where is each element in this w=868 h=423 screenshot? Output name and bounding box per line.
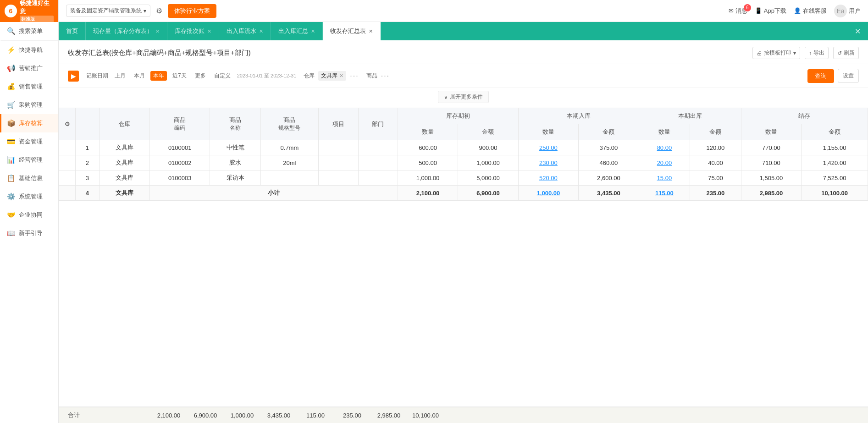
tab-close-icon[interactable]: ✕ [155, 28, 160, 34]
col-name: 商品名称 [210, 108, 260, 140]
cell-out-qty[interactable]: 20.00 [639, 155, 690, 170]
finance-icon: 💳 [7, 137, 15, 146]
col-dept: 部门 [358, 108, 398, 140]
system-name: 装备及固定资产辅助管理系统 [70, 7, 142, 15]
system-selector[interactable]: 装备及固定资产辅助管理系统 ▾ [66, 5, 150, 17]
cell-in-qty[interactable]: 250.00 [518, 140, 578, 155]
tab-close-icon[interactable]: ✕ [311, 28, 315, 34]
sidebar-item-label: 基础信息 [19, 174, 43, 182]
tab-batch-account[interactable]: 库存批次账 ✕ [167, 22, 219, 40]
cell-end-amt: 10,100.00 [802, 186, 868, 201]
date-btn-this-year[interactable]: 本年 [150, 71, 167, 81]
cell-open-amt: 6,900.00 [458, 186, 518, 201]
goods-filter: 商品 ··· [366, 72, 390, 80]
try-btn[interactable]: 体验行业方案 [168, 4, 216, 18]
sidebar-item-search[interactable]: 🔍 搜索菜单 [0, 22, 58, 41]
tab-in-out-flow[interactable]: 出入库流水 ✕ [219, 22, 271, 40]
sidebar-item-cooperation[interactable]: 🤝 企业协同 [0, 206, 58, 224]
tab-close-icon[interactable]: ✕ [207, 28, 211, 34]
sidebar-item-operation[interactable]: 📊 经营管理 [0, 151, 58, 169]
cell-out-amt: 75.00 [690, 170, 741, 186]
export-btn[interactable]: ↑ 导出 [805, 47, 829, 59]
message-btn[interactable]: ✉ 消息 6 [729, 7, 747, 15]
online-service-label: 在线客服 [803, 7, 827, 15]
cell-settings [59, 170, 76, 186]
goods-dots[interactable]: ··· [381, 72, 390, 80]
printer-icon: 🖨 [757, 50, 762, 56]
total-value: 2,985.00 [370, 412, 407, 419]
cell-out-qty[interactable]: 115.00 [639, 186, 690, 201]
tab-close-icon[interactable]: ✕ [259, 28, 263, 34]
cell-spec: 20ml [260, 155, 319, 170]
cell-name: 采访本 [210, 170, 260, 186]
sidebar-item-label: 企业协同 [19, 211, 43, 219]
col-no [76, 108, 100, 140]
sidebar-item-quick-nav[interactable]: ⚡ 快捷导航 [0, 41, 58, 59]
sidebar-item-sales[interactable]: 💰 销售管理 [0, 77, 58, 96]
cell-dept [358, 140, 398, 155]
sidebar-item-inventory[interactable]: 📦 库存核算 [0, 114, 58, 132]
cell-in-qty[interactable]: 230.00 [518, 155, 578, 170]
cell-out-qty[interactable]: 15.00 [639, 170, 690, 186]
cell-open-qty: 2,100.00 [398, 186, 458, 201]
sidebar-item-purchase[interactable]: 🛒 采购管理 [0, 96, 58, 114]
filter-settings-btn[interactable]: 设置 [838, 69, 859, 83]
refresh-btn[interactable]: ↺ 刷新 [833, 47, 859, 59]
inventory-icon: 📦 [7, 119, 15, 127]
col-group-in: 本期入库 [518, 108, 639, 124]
filter-toggle-btn[interactable]: ▶ [68, 71, 79, 82]
warehouse-tag-close[interactable]: ✕ [339, 73, 343, 79]
total-value: 1,000.00 [224, 412, 260, 419]
table-row: 2 文具库 0100002 胶水 20ml 500.00 1,000.00 23… [59, 155, 868, 170]
expand-more-label: 展开更多条件 [450, 93, 483, 101]
filter-bar: ▶ 记账日期 上月 本月 本年 近7天 更多 自定义 2023-01-01 至 … [59, 64, 868, 88]
cell-no: 4 [76, 186, 100, 201]
cell-in-qty[interactable]: 520.00 [518, 170, 578, 186]
flash-icon: ⚡ [7, 46, 15, 54]
tab-home[interactable]: 首页 [59, 22, 86, 40]
date-btn-this-month[interactable]: 本月 [131, 71, 148, 81]
cell-in-qty[interactable]: 1,000.00 [518, 186, 578, 201]
date-options: 上月 本月 本年 近7天 更多 自定义 [112, 71, 233, 81]
date-btn-more[interactable]: 更多 [192, 71, 209, 81]
app-download-btn[interactable]: 📱 App下载 [755, 7, 786, 15]
date-btn-7days[interactable]: 近7天 [170, 71, 189, 81]
online-service-btn[interactable]: 👤 在线客服 [794, 7, 827, 15]
tab-recv-send-summary[interactable]: 收发存汇总表 ✕ [323, 22, 381, 40]
sidebar-item-basic-info[interactable]: 📋 基础信息 [0, 169, 58, 187]
total-label: 合计 [59, 411, 150, 419]
sidebar-item-marketing[interactable]: 📢 营销推广 [0, 59, 58, 77]
col-group-out: 本期出库 [639, 108, 741, 124]
cell-out-qty[interactable]: 80.00 [639, 140, 690, 155]
warehouse-dots[interactable]: ··· [350, 72, 359, 80]
tab-inventory-dist[interactable]: 现存量（库存分布表） ✕ [86, 22, 167, 40]
tab-close-icon[interactable]: ✕ [369, 28, 373, 34]
print-btn[interactable]: 🖨 按模板打印 ▾ [752, 47, 800, 59]
cell-out-amt: 120.00 [690, 140, 741, 155]
date-filter: 记账日期 上月 本月 本年 近7天 更多 自定义 2023-01-01 至 20… [86, 71, 296, 81]
tab-bar-close-btn[interactable]: ✕ [847, 27, 868, 36]
total-bar: 合计 2,100.006,900.001,000.003,435.00115.0… [59, 407, 868, 423]
table-container: ⚙ 仓库 商品编码 商品名称 商品规格型号 项目 部门 库存期初 本期入库 本 [59, 108, 868, 201]
service-icon: 👤 [794, 7, 801, 14]
col-settings[interactable]: ⚙ [59, 108, 76, 140]
settings-icon[interactable]: ⚙ [156, 6, 162, 15]
date-btn-custom[interactable]: 自定义 [211, 71, 233, 81]
sidebar-item-finance[interactable]: 💳 资金管理 [0, 132, 58, 151]
date-btn-last-month[interactable]: 上月 [112, 71, 128, 81]
cell-open-amt: 1,000.00 [458, 155, 518, 170]
sidebar-item-system[interactable]: ⚙️ 系统管理 [0, 187, 58, 206]
expand-more-btn[interactable]: ∨ 展开更多条件 [438, 91, 489, 103]
cell-name: 中性笔 [210, 140, 260, 155]
user-btn[interactable]: Ea 用户 [834, 5, 861, 17]
tab-in-out-summary[interactable]: 出入库汇总 ✕ [271, 22, 323, 40]
sidebar-item-guide[interactable]: 📖 新手引导 [0, 224, 58, 242]
total-value: 3,435.00 [260, 412, 297, 419]
sub-col-out-qty: 数量 [639, 124, 690, 140]
message-icon: ✉ [729, 7, 734, 14]
sales-icon: 💰 [7, 82, 15, 91]
sidebar-item-label: 营销推广 [19, 64, 43, 72]
refresh-icon: ↺ [837, 50, 842, 56]
page-title: 收发存汇总表(按仓库+商品编码+商品+规格型号+项目+部门) [68, 49, 251, 57]
query-btn[interactable]: 查询 [807, 69, 834, 83]
